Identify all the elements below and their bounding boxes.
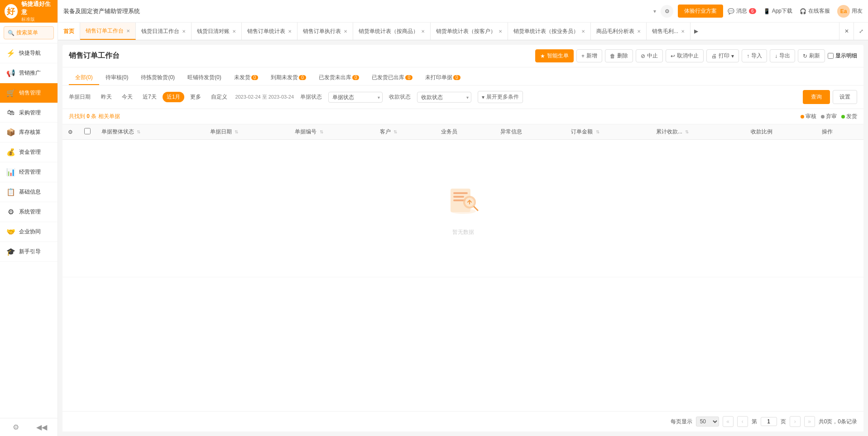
- system-title: 装备及固定资产辅助管理系统: [63, 7, 649, 15]
- filter-tab-shipped-out[interactable]: 已发货已出库0: [365, 71, 419, 85]
- filter-tab-expired-not-shipped[interactable]: 到期未发货0: [264, 71, 312, 85]
- message-button[interactable]: 💬 消息 6: [728, 7, 756, 15]
- ship-action-button[interactable]: 发货: [841, 113, 857, 120]
- sort-status-icon[interactable]: ⇅: [137, 129, 140, 134]
- stop-button[interactable]: ⊘ 中止: [636, 49, 663, 62]
- online-service-button[interactable]: 🎧 在线客服: [800, 7, 830, 15]
- sidebar-item-inventory[interactable]: 📦 库存核算: [0, 123, 58, 142]
- export-button[interactable]: ↓ 导出: [770, 49, 795, 62]
- tab-close-sales-more[interactable]: ✕: [681, 29, 685, 34]
- prev-page-button[interactable]: ‹: [737, 416, 748, 427]
- print-chevron-icon: ▾: [731, 53, 734, 59]
- tab-close-sales-stat-customer[interactable]: ✕: [499, 29, 502, 34]
- delete-button[interactable]: 🗑 删除: [605, 49, 633, 62]
- date-btn-yesterday[interactable]: 昨天: [97, 92, 116, 102]
- user-menu-button[interactable]: Ea 用友: [837, 5, 863, 18]
- status-select[interactable]: 单据状态: [328, 92, 383, 103]
- sidebar-item-finance[interactable]: 💰 资金管理: [0, 142, 58, 162]
- sidebar-item-enterprise[interactable]: 🤝 企业协同: [0, 222, 58, 242]
- app-download-button[interactable]: 📱 App下载: [763, 7, 792, 15]
- status-select-wrap: 单据状态: [328, 92, 383, 103]
- sidebar-item-sales-mgmt[interactable]: 🛒 销售管理: [0, 83, 58, 103]
- filter-tab-not-printed[interactable]: 未打印单据0: [419, 71, 467, 85]
- tab-sales-stat-product[interactable]: 销货单统计表（按商品） ✕: [353, 23, 431, 40]
- sidebar-item-quick-nav[interactable]: ⚡ 快捷导航: [0, 43, 58, 63]
- tab-close-goods-profit[interactable]: ✕: [637, 29, 641, 34]
- tab-home[interactable]: 首页: [58, 23, 80, 40]
- tab-cash-reconcile[interactable]: 钱货日清对账 ✕: [192, 23, 242, 40]
- filter-tab-not-shipped[interactable]: 未发货0: [228, 71, 265, 85]
- expand-conditions-button[interactable]: ▾ 展开更多条件: [478, 91, 523, 103]
- column-settings-icon[interactable]: ⚙: [68, 129, 73, 135]
- import-button[interactable]: ↑ 导入: [742, 49, 767, 62]
- sidebar-item-newbie[interactable]: 🎓 新手引导: [0, 242, 58, 262]
- search-menu-button[interactable]: 🔍 搜索菜单: [4, 26, 54, 39]
- payment-select[interactable]: 收款状态: [417, 92, 471, 103]
- empty-text: 暂无数据: [452, 228, 474, 236]
- tab-expand-button[interactable]: ⤢: [854, 23, 868, 40]
- filter-tab-shipped-not-out[interactable]: 已发货未出库0: [312, 71, 366, 85]
- select-all-checkbox[interactable]: [84, 128, 91, 134]
- date-btn-7days[interactable]: 近7天: [139, 92, 161, 102]
- first-page-button[interactable]: «: [723, 416, 734, 427]
- tab-cash-daily[interactable]: 钱货日清工作台 ✕: [136, 23, 192, 40]
- date-btn-custom[interactable]: 自定义: [207, 92, 231, 102]
- sort-date-icon[interactable]: ⇅: [235, 129, 238, 134]
- print-button[interactable]: 🖨 打印 ▾: [706, 49, 739, 62]
- review-action-button[interactable]: 审核: [801, 113, 816, 120]
- filter-tab-pending-review[interactable]: 待审核(0): [99, 71, 135, 85]
- date-btn-today[interactable]: 今天: [118, 92, 137, 102]
- sort-customer-icon[interactable]: ⇅: [393, 129, 397, 134]
- topbar-settings-button[interactable]: ⚙: [661, 5, 673, 18]
- refresh-button[interactable]: ↻ 刷新: [798, 49, 825, 62]
- add-button[interactable]: + 新增: [576, 49, 602, 62]
- tab-close-all-button[interactable]: ✕: [839, 23, 854, 40]
- sidebar-item-ops-mgmt[interactable]: 📊 经营管理: [0, 162, 58, 182]
- sidebar-item-sales-promo[interactable]: 📢 营销推广: [0, 63, 58, 83]
- tab-close-sales-exec[interactable]: ✕: [344, 29, 347, 34]
- sort-number-icon[interactable]: ⇅: [320, 129, 323, 134]
- topbar-dropdown-icon[interactable]: ▾: [653, 8, 656, 14]
- tab-sales-stat[interactable]: 销售订单统计表 ✕: [242, 23, 297, 40]
- tabbar: 首页 销售订单工作台 ✕ 钱货日清工作台 ✕ 钱货日清对账 ✕ 销售订单统计表 …: [58, 23, 868, 40]
- per-page-select[interactable]: 50 10 20 100: [696, 417, 719, 427]
- filter-setting-button[interactable]: 设置: [833, 90, 857, 104]
- industry-solution-button[interactable]: 体验行业方案: [678, 5, 723, 18]
- sort-collected-icon[interactable]: ⇅: [685, 129, 689, 134]
- sidebar-item-sys-mgmt[interactable]: ⚙ 系统管理: [0, 202, 58, 222]
- cancel-review-action-button[interactable]: 弃审: [821, 113, 837, 120]
- show-detail-label[interactable]: 显示明细: [828, 52, 857, 60]
- filter-tab-all[interactable]: 全部(0): [69, 71, 99, 85]
- tab-more-button[interactable]: ▶: [691, 23, 702, 40]
- tab-sales-more[interactable]: 销售毛利... ✕: [647, 23, 691, 40]
- tab-close-cash-reconcile[interactable]: ✕: [232, 29, 236, 34]
- th-settings: ⚙: [62, 124, 79, 140]
- filter-tab-pending-check[interactable]: 待拣货验货(0): [134, 71, 181, 85]
- ai-create-button[interactable]: ★ 智能生单: [535, 49, 574, 62]
- tab-close-sales-stat-staff[interactable]: ✕: [581, 29, 585, 34]
- date-btn-1month[interactable]: 近1月: [163, 92, 185, 102]
- tab-close-sales-stat-product[interactable]: ✕: [421, 29, 425, 34]
- sidebar-item-purchase-mgmt[interactable]: 🛍 采购管理: [0, 103, 58, 123]
- filter-tab-wangpu-pending[interactable]: 旺铺待发货(0): [181, 71, 228, 85]
- expired-badge: 0: [299, 75, 306, 80]
- sidebar-item-base-info[interactable]: 📋 基础信息: [0, 182, 58, 202]
- next-page-button[interactable]: ›: [790, 416, 801, 427]
- tab-close-sales-workbench[interactable]: ✕: [126, 28, 130, 33]
- last-page-button[interactable]: »: [804, 416, 815, 427]
- collapse-button[interactable]: ◀◀: [31, 423, 53, 431]
- tab-close-cash-daily[interactable]: ✕: [182, 29, 186, 34]
- sort-amount-icon[interactable]: ⇅: [596, 129, 599, 134]
- tab-close-sales-stat[interactable]: ✕: [288, 29, 292, 34]
- tab-sales-stat-customer[interactable]: 销货单统计表（按客户） ✕: [431, 23, 508, 40]
- tab-sales-exec[interactable]: 销售订单执行表 ✕: [297, 23, 353, 40]
- cancel-stop-button[interactable]: ↩ 取消中止: [666, 49, 704, 62]
- tab-goods-profit[interactable]: 商品毛利分析表 ✕: [591, 23, 647, 40]
- tab-sales-workbench[interactable]: 销售订单工作台 ✕: [80, 23, 136, 40]
- date-btn-more[interactable]: 更多: [186, 92, 205, 102]
- page-input[interactable]: [761, 417, 777, 426]
- show-detail-checkbox[interactable]: [828, 53, 834, 59]
- query-button[interactable]: 查询: [803, 90, 830, 104]
- tab-sales-stat-staff[interactable]: 销货单统计表（按业务员） ✕: [508, 23, 591, 40]
- settings-button[interactable]: ⚙: [5, 423, 27, 431]
